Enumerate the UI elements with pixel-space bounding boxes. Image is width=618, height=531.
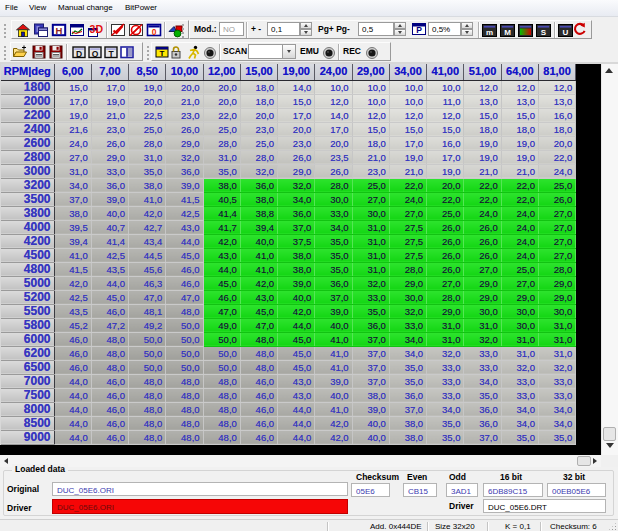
svg-text:S: S xyxy=(541,28,547,37)
svg-text:P: P xyxy=(416,25,422,35)
svg-text:3D: 3D xyxy=(90,23,103,35)
svg-text:T: T xyxy=(108,49,114,59)
svg-text:O: O xyxy=(92,49,99,59)
svg-text:D: D xyxy=(76,49,82,59)
svg-text:0: 0 xyxy=(152,27,157,37)
svg-text:U: U xyxy=(563,28,569,37)
svg-text:T: T xyxy=(160,49,165,58)
svg-text:M: M xyxy=(504,28,511,37)
svg-text:m: m xyxy=(486,28,493,37)
svg-text:H: H xyxy=(56,25,63,36)
